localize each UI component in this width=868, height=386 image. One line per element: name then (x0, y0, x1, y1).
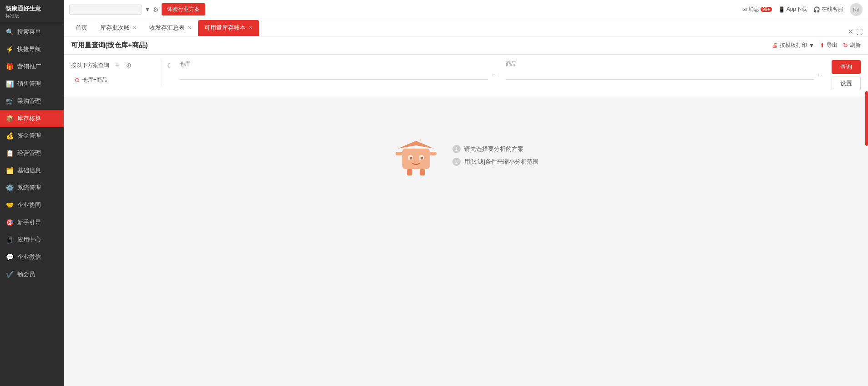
template-print-label: 按模板打印 (780, 41, 807, 49)
tip-text-2: 用[过滤]条件来缩小分析范围 (464, 158, 538, 166)
topbar-dropdown-button[interactable]: ▼ (145, 6, 150, 13)
scheme-settings-button[interactable]: ⊛ (124, 60, 134, 70)
topbar-search-input[interactable] (69, 5, 142, 15)
product-more-button[interactable]: ··· (816, 72, 824, 78)
topbar-gear-button[interactable]: ⚙ (153, 6, 159, 13)
tab-batch-account-close[interactable]: ✕ (132, 25, 137, 31)
empty-tip-2: 2 用[过滤]条件来缩小分析范围 (452, 158, 538, 166)
cart-icon: 🛒 (5, 98, 14, 105)
filter-fields: 仓库 ··· 商品 ··· (172, 60, 832, 80)
logo-sub: 标准版 (5, 13, 58, 19)
sidebar-item-sales[interactable]: 📊 销售管理 (0, 75, 64, 93)
tab-available-ledger[interactable]: 可用量库存账本 ✕ (198, 20, 259, 36)
tabbar: 首页 库存批次账 ✕ 收发存汇总表 ✕ 可用量库存账本 ✕ ✕ ⛶ (64, 19, 868, 36)
filter-panel: 按以下方案查询 ＋ ⊛ ⊙ 仓库+商品 《 仓库 (64, 55, 868, 96)
sidebar-item-label: 销售管理 (17, 80, 41, 88)
customer-service-link[interactable]: 🎧 在线客服 (813, 5, 843, 13)
sidebar-item-system[interactable]: ⚙️ 系统管理 (0, 179, 64, 196)
filter-actions: 查询 设置 (832, 60, 861, 90)
template-print-button[interactable]: 🖨 按模板打印 ▼ (772, 41, 814, 49)
sidebar-item-search[interactable]: 🔍 搜索菜单 (0, 23, 64, 41)
tab-receive-summary-close[interactable]: ✕ (188, 25, 192, 31)
svg-rect-0 (402, 149, 430, 169)
tabbar-resize-button[interactable]: ⛶ (856, 28, 863, 36)
tabbar-close-button[interactable]: ✕ (848, 27, 853, 36)
wechat-icon: 💬 (5, 253, 14, 261)
finance-icon: 💰 (5, 132, 14, 139)
svg-rect-9 (430, 152, 437, 155)
app-download-label: App下载 (787, 5, 807, 13)
tab-available-ledger-label: 可用量库存账本 (204, 24, 246, 32)
sidebar-item-label: 经营管理 (17, 149, 41, 157)
sidebar-item-finance[interactable]: 💰 资金管理 (0, 127, 64, 144)
tab-batch-account-label: 库存批次账 (100, 24, 130, 32)
tip-text-1: 请先选择要分析的方案 (464, 145, 523, 153)
message-icon: ✉ (742, 6, 747, 13)
warehouse-more-button[interactable]: ··· (490, 72, 498, 78)
warehouse-input[interactable] (179, 69, 488, 80)
sidebar-item-operation[interactable]: 📋 经营管理 (0, 144, 64, 162)
industry-solution-button[interactable]: 体验行业方案 (162, 3, 205, 15)
customer-service-label: 在线客服 (822, 5, 843, 13)
sidebar-item-enterprise[interactable]: 🤝 企业协同 (0, 196, 64, 214)
headset-icon: 🎧 (813, 6, 820, 13)
mobile-icon: 📱 (778, 6, 785, 13)
sidebar-item-marketing[interactable]: 🎁 营销推广 (0, 58, 64, 75)
sidebar-item-label: 资金管理 (17, 132, 41, 140)
enterprise-icon: 🤝 (5, 201, 14, 209)
sidebar-item-label: 快捷导航 (17, 45, 41, 53)
scheme-actions: ＋ ⊛ (112, 60, 134, 70)
export-button[interactable]: ⬆ 导出 (820, 41, 838, 49)
app-download-link[interactable]: 📱 App下载 (778, 5, 807, 13)
tab-available-ledger-close[interactable]: ✕ (249, 25, 253, 31)
sidebar-item-purchase[interactable]: 🛒 采购管理 (0, 93, 64, 110)
refresh-label: 刷新 (850, 41, 861, 49)
tab-batch-account[interactable]: 库存批次账 ✕ (94, 20, 143, 36)
settings-button[interactable]: 设置 (832, 77, 861, 90)
sidebar-item-inventory[interactable]: 📦 库存核算 (0, 110, 64, 127)
right-scroll-indicator[interactable] (865, 91, 868, 146)
svg-marker-1 (398, 141, 434, 149)
sidebar-item-member[interactable]: ✔️ 畅会员 (0, 266, 64, 283)
app-icon: 📱 (5, 236, 14, 243)
sidebar-menu: 🔍 搜索菜单 ⚡ 快捷导航 🎁 营销推广 📊 销售管理 🛒 采购管理 📦 库存核… (0, 23, 64, 386)
username-display: Rit (853, 7, 859, 12)
sidebar-item-appstore[interactable]: 📱 应用中心 (0, 231, 64, 248)
sidebar-item-wechat[interactable]: 💬 企业微信 (0, 248, 64, 266)
scheme-item-warehouse-product[interactable]: ⊙ 仓库+商品 (71, 74, 157, 86)
filter-collapse-button[interactable]: 《 (162, 60, 172, 72)
product-input[interactable] (506, 69, 814, 80)
svg-point-4 (410, 157, 412, 160)
chart-icon: 📊 (5, 80, 14, 87)
svg-point-5 (421, 157, 423, 160)
message-badge[interactable]: ✉ 消息 99+ (742, 5, 772, 13)
print-icon: 🖨 (772, 42, 778, 49)
page-header: 可用量查询(按仓库+商品) 🖨 按模板打印 ▼ ⬆ 导出 ↻ 刷新 (64, 36, 868, 55)
sidebar-item-label: 营销推广 (17, 62, 41, 71)
refresh-icon: ↻ (843, 42, 848, 49)
inventory-icon: 📦 (5, 115, 14, 122)
tab-receive-summary[interactable]: 收发存汇总表 ✕ (143, 20, 198, 36)
message-count: 99+ (761, 7, 772, 12)
sidebar-item-label: 应用中心 (17, 236, 41, 244)
system-icon: ⚙️ (5, 184, 14, 191)
empty-state: ✦ ✦ 1 请先选择要分析的方案 2 用[过滤]条件来缩小分析范围 (64, 96, 868, 215)
product-label: 商品 (506, 60, 825, 68)
avatar: Rit (850, 3, 863, 16)
sidebar-item-newbie[interactable]: 🎯 新手引导 (0, 214, 64, 231)
sidebar-item-shortcut[interactable]: ⚡ 快捷导航 (0, 41, 64, 58)
basic-icon: 🗂️ (5, 167, 14, 174)
query-button[interactable]: 查询 (832, 60, 861, 74)
tab-home[interactable]: 首页 (69, 20, 94, 36)
sidebar-item-label: 企业微信 (17, 253, 41, 261)
scheme-add-button[interactable]: ＋ (112, 60, 122, 70)
main-area: ▼ ⚙ 体验行业方案 ✉ 消息 99+ 📱 App下载 🎧 在线客服 Rit (64, 0, 868, 386)
user-avatar[interactable]: Rit (850, 3, 863, 16)
warehouse-filter-field: 仓库 ··· (179, 60, 498, 80)
tabbar-actions: ✕ ⛶ (848, 27, 863, 36)
tab-receive-summary-label: 收发存汇总表 (149, 24, 185, 32)
refresh-button[interactable]: ↻ 刷新 (843, 41, 861, 49)
sidebar-item-basic[interactable]: 🗂️ 基础信息 (0, 162, 64, 179)
sidebar-item-label: 采购管理 (17, 97, 41, 105)
sidebar-item-label: 企业协同 (17, 201, 41, 209)
